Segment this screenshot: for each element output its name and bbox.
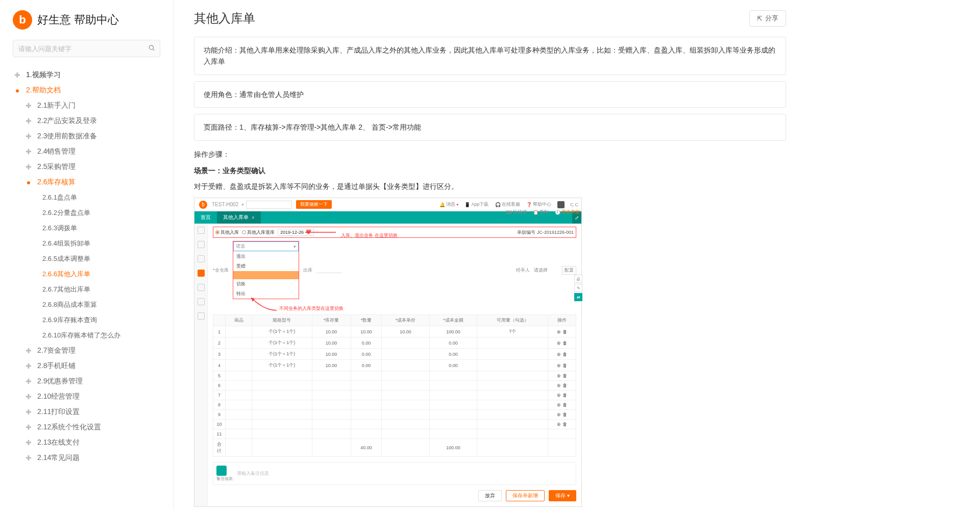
app-logo-icon: b	[198, 199, 209, 210]
nav-2-11[interactable]: ✚2.11打印设置	[13, 404, 160, 420]
support-link[interactable]: 🎧在线客服	[495, 201, 520, 208]
table-row[interactable]: 6⊕ 🗑	[213, 381, 576, 391]
plus-icon: ✚	[24, 408, 33, 416]
logo-icon: b	[13, 10, 32, 30]
side-icon-6[interactable]	[198, 298, 205, 305]
nav-2-13[interactable]: ✚2.13在线支付	[13, 435, 160, 450]
app-sidebar	[194, 224, 208, 506]
msg-link[interactable]: 🔔消息●	[439, 201, 459, 208]
app-content: ⌨ 快捷键 📋 复制 🕘 历史单据 其他入库 其他入库退库 2019-12-26…	[208, 224, 581, 506]
discard-button[interactable]: 放弃	[478, 490, 502, 501]
float-icon-1[interactable]: 🖨	[574, 275, 582, 283]
remark-input[interactable]: 请输入备注信息	[237, 470, 269, 477]
share-button[interactable]: ⇱ 分享	[749, 10, 786, 27]
nav-2-5[interactable]: ✚2.5采购管理	[13, 159, 160, 175]
scene1-title: 场景一：业务类型确认	[194, 166, 786, 176]
save-add-button[interactable]: 保存并新增	[506, 490, 545, 501]
bottom-buttons: 放弃 保存并新增 保存 ▾	[213, 490, 576, 501]
search-input[interactable]	[13, 40, 160, 57]
nav-2-6-6[interactable]: 2.6.6其他入库单	[13, 266, 160, 282]
th-qty: *数量	[351, 315, 382, 326]
dd-option[interactable]	[233, 271, 299, 279]
plus-icon: ✚	[13, 71, 22, 79]
annotation-2: 不同业务的入库类型在这里切换	[279, 305, 344, 312]
radio-return[interactable]: 其他入库退库	[242, 229, 275, 236]
tool-history[interactable]: 🕘 历史单据	[553, 208, 581, 216]
top-search-input[interactable]	[246, 201, 292, 209]
tab-home[interactable]: 首页	[194, 211, 217, 224]
table-row[interactable]: 4个(1个＝1个)10.000.000.00⊕ 🗑	[213, 360, 576, 371]
nav-2-6-7[interactable]: 2.6.7其他出库单	[13, 282, 160, 297]
tool-shortcut[interactable]: ⌨ 快捷键	[504, 208, 528, 216]
save-button[interactable]: 保存 ▾	[549, 490, 576, 501]
float-icon-3[interactable]: ⇄	[574, 293, 582, 301]
nav-2-6-9[interactable]: 2.6.9库存账本查询	[13, 312, 160, 328]
side-icon-4[interactable]	[198, 270, 205, 277]
nav-2-6-2[interactable]: 2.6.2分量盘点单	[13, 205, 160, 221]
inout-label: 出库	[303, 267, 312, 274]
th-avail: 可用量（勾选）	[477, 315, 548, 326]
side-icon-1[interactable]	[198, 227, 205, 234]
dd-option[interactable]: 退出	[233, 252, 299, 261]
dd-option[interactable]: 切换	[233, 279, 299, 289]
nav-2-3[interactable]: ✚2.3使用前数据准备	[13, 129, 160, 144]
float-icon-2[interactable]: ✎	[574, 284, 582, 292]
intro-box: 功能介绍：其他入库单用来处理除采购入库、产成品入库之外的其他入库业务，因此其他入…	[194, 37, 786, 75]
app-download-link[interactable]: 📱App下载	[464, 201, 488, 208]
nav-2-4[interactable]: ✚2.4销售管理	[13, 144, 160, 159]
inout-input[interactable]	[316, 267, 342, 273]
nav-2-2[interactable]: ✚2.2产品安装及登录	[13, 113, 160, 129]
biztype-dropdown[interactable]: 请选▾ 退出 受赠 切换 转出	[233, 241, 299, 299]
close-icon[interactable]: ×	[252, 215, 255, 221]
nav-2-6-10[interactable]: 2.6.10库存账本错了怎么办	[13, 328, 160, 343]
chevron-down-icon: ▾	[241, 202, 244, 207]
side-icon-3[interactable]	[198, 255, 205, 262]
nav-help-docs[interactable]: ●2.帮助文档	[13, 83, 160, 98]
tab-other-inbound[interactable]: 其他入库单×	[217, 211, 261, 224]
path-box: 页面路径：1、库存核算->库存管理->其他入库单 2、 首页->常用功能	[194, 114, 786, 140]
config-button[interactable]: 配置	[562, 266, 576, 275]
nav-2-12[interactable]: ✚2.12系统个性化设置	[13, 420, 160, 435]
table-row[interactable]: 10⊕ 🗑	[213, 420, 576, 429]
plus-icon: ✚	[24, 393, 33, 401]
nav-video[interactable]: ✚1.视频学习	[13, 67, 160, 83]
nav-2-9[interactable]: ✚2.9优惠券管理	[13, 374, 160, 389]
nav-2-10[interactable]: ✚2.10经营管理	[13, 389, 160, 404]
table-row[interactable]: 2个(1个＝1个)10.000.000.00⊕ 🗑	[213, 337, 576, 349]
side-icon-7[interactable]	[198, 312, 205, 320]
nav-2-6-5[interactable]: 2.6.5成本调整单	[13, 251, 160, 266]
table-row[interactable]: 5⊕ 🗑	[213, 371, 576, 381]
table-row[interactable]: 3个(1个＝1个)10.000.000.00⊕ 🗑	[213, 349, 576, 360]
nav-2-7[interactable]: ✚2.7资金管理	[13, 343, 160, 358]
nav-2-6-1[interactable]: 2.6.1盘点单	[13, 190, 160, 205]
role-label: 使用角色：	[204, 90, 239, 99]
nav-2-6-4[interactable]: 2.6.4组装拆卸单	[13, 236, 160, 251]
avatar-icon[interactable]	[557, 201, 565, 208]
table-row[interactable]: 8⊕ 🗑	[213, 400, 576, 410]
search-icon[interactable]	[148, 44, 155, 53]
table-row[interactable]: 7⊕ 🗑	[213, 391, 576, 400]
top-action-button[interactable]: 我要做账一下	[296, 200, 332, 209]
table-row[interactable]: 9⊕ 🗑	[213, 410, 576, 420]
plus-icon: ✚	[24, 163, 33, 171]
nav-2-8[interactable]: ✚2.8手机旺铺	[13, 358, 160, 374]
search-box	[13, 40, 160, 57]
nav-2-6-8[interactable]: 2.6.8商品成本重算	[13, 297, 160, 312]
nav-2-6[interactable]: ●2.6库存核算	[13, 175, 160, 190]
minus-icon: ●	[13, 86, 22, 94]
side-icon-2[interactable]	[198, 241, 205, 248]
dd-option[interactable]: 受赠	[233, 261, 299, 271]
radio-inbound[interactable]: 其他入库	[215, 229, 239, 236]
table-row[interactable]: 11	[213, 429, 576, 439]
nav-2-6-3[interactable]: 2.6.3调拨单	[13, 221, 160, 236]
nav-2-1[interactable]: ✚2.1新手入门	[13, 98, 160, 113]
side-icon-5[interactable]	[198, 284, 205, 291]
data-table: 商品 规格型号 *库存量 *数量 *成本单价 *成本金额 可用量（勾选） 操作	[213, 314, 576, 457]
th-amount: *成本金额	[429, 315, 477, 326]
help-link[interactable]: ❓帮助中心	[526, 201, 551, 208]
handler-value[interactable]: 请选择	[534, 267, 548, 274]
tool-copy[interactable]: 📋 复制	[531, 208, 550, 216]
nav-2-14[interactable]: ✚2.14常见问题	[13, 450, 160, 466]
remark-box: 备注信息 请输入备注信息	[213, 462, 576, 485]
table-row[interactable]: 1个(1个＝1个)10.0010.0010.00100.007个⊕ 🗑	[213, 326, 576, 337]
